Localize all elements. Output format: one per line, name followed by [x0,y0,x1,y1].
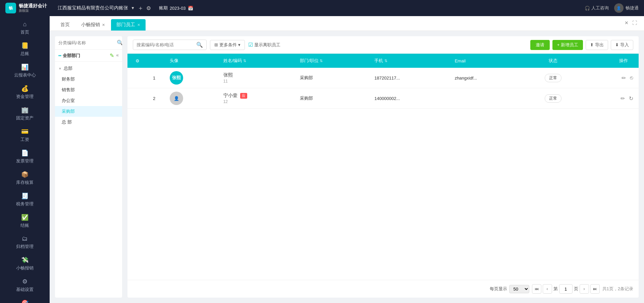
row2-num-col: 2 [148,88,164,109]
dept-item-finance[interactable]: 财务部 [55,74,122,85]
page-di-label: 第 [553,286,558,292]
export-btn[interactable]: ⬆ 导出 [586,40,608,50]
tab-dept-employee[interactable]: 部门员工 ✕ [111,19,146,31]
tab-expense[interactable]: 小畅报销 ✕ [76,19,110,31]
total-info: 共1页，2条记录 [602,286,633,292]
row1-action-icons: ✏ ⎋ [589,75,633,81]
dept-search-input[interactable] [58,40,115,45]
row1-logout-icon[interactable]: ⎋ [630,75,633,81]
row1-code: 11 [223,79,289,84]
th-name[interactable]: 姓名/编码 [218,54,294,68]
settings-gear-icon[interactable]: ⚙ [146,5,151,11]
export-icon: ⬆ [590,42,594,47]
sidebar-item-reports[interactable]: 📊 云报表中心 [0,60,50,82]
sidebar-item-home[interactable]: ⌂ 首页 [0,17,50,39]
page-input[interactable] [559,284,573,294]
app-name-area: 畅捷通好会计 旗舰版 [19,3,47,13]
first-page-btn[interactable]: ⏮ [532,284,541,294]
tab-expense-close-icon[interactable]: ✕ [102,23,105,27]
dept-tree: ▼ 总部 财务部 销售部 办公室 采购部 [55,62,122,298]
sidebar-item-settings[interactable]: ⚙ 基础设置 [0,274,50,296]
row1-phone: 187202117... [374,75,400,81]
dept-item-office[interactable]: 办公室 [55,95,122,106]
prev-page-btn[interactable]: ‹ [543,284,552,294]
employee-search-icon[interactable]: 🔍 [196,42,203,48]
row2-dept-cell: 采购部 [294,88,369,109]
tab-home[interactable]: 首页 [55,19,75,31]
table-body: 1 张熙 张熙 11 [127,68,639,109]
row2-refresh-icon[interactable]: ↻ [629,95,633,102]
sidebar-item-salary[interactable]: 💳 工资 [0,124,50,146]
company-name: 江西服宝精品有限责任公司内账张 [58,5,128,11]
tab-maximize-btn[interactable]: ⛶ [631,19,639,27]
sidebar-item-fixed-assets[interactable]: 🏢 固定资产 [0,103,50,124]
employee-search-input[interactable] [137,42,194,47]
user-avatar: 👤 [614,3,624,13]
show-left-label: 显示离职员工 [254,42,280,48]
dept-panel: 🔍 ▪▪ 全部部门 ✎ « ▼ 总部 [55,36,122,298]
sidebar-item-inventory[interactable]: 📦 库存核算 [0,167,50,189]
add-employee-label: + 新增员工 [557,42,578,48]
invite-btn[interactable]: 邀请 [530,40,550,50]
dept-item-root[interactable]: ▼ 总部 [55,63,122,74]
sidebar-item-general-ledger[interactable]: 📒 总账 [0,39,50,60]
tab-close-window-btn[interactable]: ✕ [623,19,631,27]
add-company-btn[interactable]: ＋ [138,4,144,12]
sidebar-label-assets: 固定资产 [16,115,34,121]
filter-more-btn[interactable]: ⊞ 更多条件 ▾ [210,40,245,50]
row1-edit-icon[interactable]: ✏ [622,75,626,81]
dept-actions: ✎ « [110,52,119,59]
add-employee-btn[interactable]: + 新增员工 [552,40,583,50]
user-area[interactable]: 👤 畅捷通 [614,3,639,13]
sidebar-item-tax[interactable]: 🧾 税务管理 [0,189,50,210]
dept-collapse-icon[interactable]: « [116,52,119,59]
dept-item-purchase[interactable]: 采购部 [55,106,122,117]
company-area[interactable]: 江西服宝精品有限责任公司内账张 ▼ ＋ ⚙ [58,4,151,12]
show-left-checkbox[interactable]: ☑ 显示离职员工 [248,42,280,48]
th-phone[interactable]: 手机 [369,54,449,68]
table-row: 1 张熙 张熙 11 [127,68,639,88]
sidebar-label-ledger: 总账 [20,51,29,57]
dept-finance-label: 财务部 [62,76,75,82]
row2-actions-cell: ✏ ↻ [584,88,639,109]
app-subtitle: 旗舰版 [19,8,47,13]
per-page-select[interactable]: 50 10 20 100 [509,285,529,293]
row2-status-cell: 正常 [523,88,584,109]
ledger-icon: 📒 [21,42,29,49]
dept-edit-icon[interactable]: ✎ [110,52,114,59]
row1-num [127,68,148,88]
sidebar-item-guide[interactable]: 🎯 新手引导 [0,296,50,303]
th-dept[interactable]: 部门/职位 [294,54,369,68]
import-btn[interactable]: ⬇ 导入 [611,40,633,50]
dept-item-hq[interactable]: 总 部 [55,117,122,128]
next-page-btn[interactable]: › [580,284,589,294]
main-wrapper: ⌂ 首页 📒 总账 📊 云报表中心 💰 资金管理 🏢 固定资产 💳 工资 📄 发… [0,16,644,303]
page-nav: ⏮ ‹ 第 页 › ⏭ [532,284,600,294]
sidebar-item-invoice[interactable]: 📄 发票管理 [0,146,50,167]
sidebar-item-xiaochang[interactable]: 💸 小畅报销 [0,253,50,274]
row1-status-badge: 正常 [545,74,561,82]
company-dropdown-icon[interactable]: ▼ [131,6,135,10]
dept-item-sales[interactable]: 销售部 [55,85,122,95]
employee-toolbar: 🔍 ⊞ 更多条件 ▾ ☑ 显示离职员工 邀请 [127,36,639,54]
row2-edit-icon[interactable]: ✏ [621,95,625,102]
row1-name: 张熙 [223,72,289,78]
user-name: 畅捷通 [626,5,639,11]
row2-avatar-cell: 👤 [164,88,218,109]
period-value[interactable]: 2023-03 [170,6,186,11]
calendar-icon[interactable]: 📅 [188,6,193,11]
sidebar-item-capital[interactable]: 💰 资金管理 [0,82,50,103]
dept-search-icon[interactable]: 🔍 [117,40,122,46]
all-dept-label[interactable]: ▪▪ 全部部门 [58,53,108,59]
tab-dept-close-icon[interactable]: ✕ [137,23,140,27]
pagination: 每页显示 50 10 20 100 ⏮ ‹ 第 页 [127,280,639,298]
invite-label: 邀请 [536,42,544,47]
sidebar-item-archive[interactable]: 🗂 归档管理 [0,232,50,253]
sidebar-item-settle[interactable]: ✅ 结账 [0,210,50,232]
row2-dept: 采购部 [300,96,313,101]
root-dept-label: 总部 [64,65,72,71]
service-btn[interactable]: 🎧 人工咨询 [585,5,609,11]
last-page-btn[interactable]: ⏭ [590,284,600,294]
logo-char: 畅 [9,5,13,11]
th-settings[interactable]: ⚙ [127,54,148,68]
